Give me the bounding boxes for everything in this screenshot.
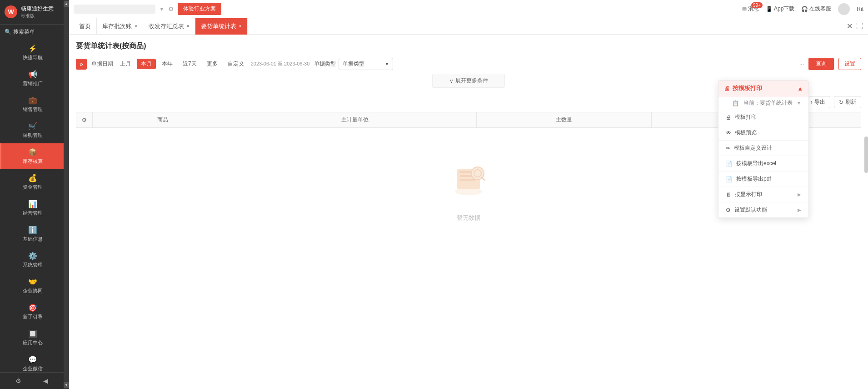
sidebar-item-purchase[interactable]: 🛒 采购管理 <box>0 117 64 143</box>
tab-home[interactable]: 首页 <box>74 18 97 35</box>
scroll-down-btn[interactable]: ▼ <box>64 382 69 388</box>
industry-btn[interactable]: 体验行业方案 <box>178 3 221 15</box>
export-icon: ↑ <box>810 99 813 106</box>
query-btn[interactable]: 查询 <box>808 58 834 70</box>
date-btn-last-month[interactable]: 上月 <box>116 59 135 69</box>
setting-btn[interactable]: 设置 <box>838 58 861 70</box>
dropdown-export-pdf[interactable]: 📄 按模板导出pdf <box>718 172 808 187</box>
date-btn-custom[interactable]: 自定义 <box>224 59 248 69</box>
export-excel-label: 按模板导出excel <box>736 160 776 167</box>
sidebar-item-basics[interactable]: ℹ️ 基础信息 <box>0 221 64 247</box>
dropdown-template-custom[interactable]: ✏ 模板自定义设计 <box>718 141 808 156</box>
expand-more-btn[interactable]: ∨ 展开更多条件 <box>432 74 505 88</box>
sidebar-bottom: ⚙ ◀ <box>0 372 64 389</box>
date-filter-group: 单据日期 上月 本月 本年 近7天 更多 自定义 2023-06-01 至 20… <box>91 59 309 69</box>
collapse-filter-btn[interactable]: » <box>76 59 87 70</box>
more-options-icon[interactable]: ··· <box>799 61 804 67</box>
tab-order-stats-close[interactable]: × <box>239 24 242 29</box>
scroll-up-btn[interactable]: ▲ <box>64 1 69 7</box>
online-service-label: 在线客服 <box>809 5 831 13</box>
basics-icon: ℹ️ <box>28 226 37 234</box>
page-content: 要货单统计表(按商品) » 单据日期 上月 本月 本年 近7天 更多 自定义 2… <box>69 35 868 389</box>
system-icon: ⚙️ <box>28 252 37 260</box>
excel-icon: 📄 <box>726 161 733 167</box>
sidebar-nav: ⚡ 快捷导航 📢 营销推广 💼 销售管理 🛒 采购管理 📦 库存核算 💰 资金管… <box>0 40 64 372</box>
app-download-item[interactable]: 📱 App下载 <box>766 5 794 13</box>
display-print-chevron: ▶ <box>798 192 801 197</box>
dropdown-template-preview[interactable]: 👁 模板预览 <box>718 125 808 141</box>
online-service-item[interactable]: 🎧 在线客服 <box>801 5 831 13</box>
purchase-icon: 🛒 <box>28 122 37 131</box>
dropdown-title: 按模板打印 <box>733 84 762 92</box>
sidebar-item-marketing[interactable]: 📢 营销推广 <box>0 66 64 91</box>
display-print-icon: 🖥 <box>726 192 731 198</box>
close-tab-btn[interactable]: ✕ <box>847 22 853 30</box>
export-label: 导出 <box>814 98 825 106</box>
date-btn-7days[interactable]: 近7天 <box>179 59 201 69</box>
sidebar-item-collab[interactable]: 🤝 企业协同 <box>0 273 64 299</box>
sidebar-item-operations[interactable]: 📊 经营管理 <box>0 195 64 221</box>
sidebar: W 畅康通好生意 标准版 🔍 搜索菜单 ⚡ 快捷导航 📢 营销推广 💼 销售管理… <box>0 0 64 389</box>
tab-inventory-batch[interactable]: 库存批次账 × <box>97 18 143 35</box>
tab-order-stats[interactable]: 要货单统计表 × <box>195 18 248 35</box>
dropdown-arrow-icon[interactable]: ▼ <box>159 6 165 12</box>
collapse-icon[interactable]: ◀ <box>43 377 48 384</box>
tab-home-label: 首页 <box>79 22 91 30</box>
dropdown-current-item[interactable]: 📋 当前：要货单统计表 ▼ <box>718 96 808 110</box>
notification-item[interactable]: ✉ 消息 99+ <box>742 5 759 13</box>
tab-receivables-close[interactable]: × <box>187 24 190 29</box>
dropdown-template-print[interactable]: 🖨 模板打印 <box>718 110 808 125</box>
date-btn-this-year[interactable]: 本年 <box>158 59 177 69</box>
date-range-display: 2023-06-01 至 2023-06-30 <box>251 61 310 67</box>
message-icon: ✉ <box>742 6 747 12</box>
main-area: ▼ ⚙ 体验行业方案 ✉ 消息 99+ 📱 App下载 🎧 在线客服 Rit <box>69 0 868 389</box>
nav-label-operations: 经营管理 <box>23 210 43 217</box>
tab-inventory-batch-close[interactable]: × <box>135 24 137 29</box>
user-name[interactable]: Rit <box>857 6 863 12</box>
dropdown-display-print[interactable]: 🖥 按显示打印 ▶ <box>718 187 808 202</box>
sidebar-item-guide[interactable]: 🎯 新手引导 <box>0 299 64 325</box>
refresh-label: 刷新 <box>845 98 856 106</box>
preview-icon: 👁 <box>726 130 731 136</box>
right-scrollbar[interactable] <box>864 136 868 173</box>
svg-line-7 <box>482 177 484 180</box>
sidebar-item-quick-nav[interactable]: ⚡ 快捷导航 <box>0 40 64 66</box>
gear-icon[interactable]: ⚙ <box>168 5 174 13</box>
dropdown-printer-icon: 🖨 <box>724 85 730 92</box>
wechat-icon: 💬 <box>28 355 37 364</box>
sidebar-item-finance[interactable]: 💰 资金管理 <box>0 169 64 195</box>
operations-icon: 📊 <box>28 200 37 208</box>
tab-receivables-summary[interactable]: 收发存汇总表 × <box>143 18 195 35</box>
appstore-icon: 🔲 <box>28 329 37 338</box>
maximize-tab-btn[interactable]: ⛶ <box>856 22 863 30</box>
date-btn-more[interactable]: 更多 <box>203 59 222 69</box>
th-settings[interactable]: ⚙ <box>76 112 93 128</box>
sidebar-item-appstore[interactable]: 🔲 应用中心 <box>0 325 64 351</box>
header-right: ✉ 消息 99+ 📱 App下载 🎧 在线客服 Rit <box>742 3 863 15</box>
header-left: ▼ ⚙ 体验行业方案 <box>74 3 221 15</box>
tab-order-stats-label: 要货单统计表 <box>201 22 236 30</box>
template-print-dropdown: 🖨 按模板打印 ▲ 📋 当前：要货单统计表 ▼ 🖨 模板打印 👁 模 <box>718 80 809 218</box>
nav-label-inventory: 库存核算 <box>23 158 43 165</box>
finance-icon: 💰 <box>28 174 37 182</box>
date-btn-this-month[interactable]: 本月 <box>137 59 156 69</box>
breadcrumb-input[interactable] <box>74 5 155 14</box>
sidebar-item-sales[interactable]: 💼 销售管理 <box>0 91 64 117</box>
doc-type-select[interactable]: 单据类型 ▼ <box>339 58 393 70</box>
dropdown-collapse-icon[interactable]: ▲ <box>797 85 803 92</box>
search-menu[interactable]: 🔍 搜索菜单 <box>0 25 64 40</box>
sidebar-item-system[interactable]: ⚙️ 系统管理 <box>0 247 64 273</box>
nav-label-finance: 资金管理 <box>23 184 43 191</box>
sidebar-item-wechat[interactable]: 💬 企业微信 <box>0 351 64 372</box>
dropdown-current-label: 当前：要货单统计表 <box>743 99 793 107</box>
user-avatar[interactable] <box>838 3 850 15</box>
nav-label-wechat: 企业微信 <box>23 365 43 372</box>
tabs-actions: ✕ ⛶ <box>847 22 863 30</box>
sidebar-item-inventory[interactable]: 📦 库存核算 <box>0 143 64 169</box>
quick-nav-icon: ⚡ <box>28 44 37 53</box>
dropdown-set-default[interactable]: ⚙ 设置默认功能 ▶ <box>718 202 808 217</box>
refresh-btn[interactable]: ↻ 刷新 <box>834 96 861 108</box>
dropdown-export-excel[interactable]: 📄 按模板导出excel <box>718 156 808 172</box>
settings-bottom-icon[interactable]: ⚙ <box>15 377 21 384</box>
app-download-label: App下载 <box>774 5 794 13</box>
